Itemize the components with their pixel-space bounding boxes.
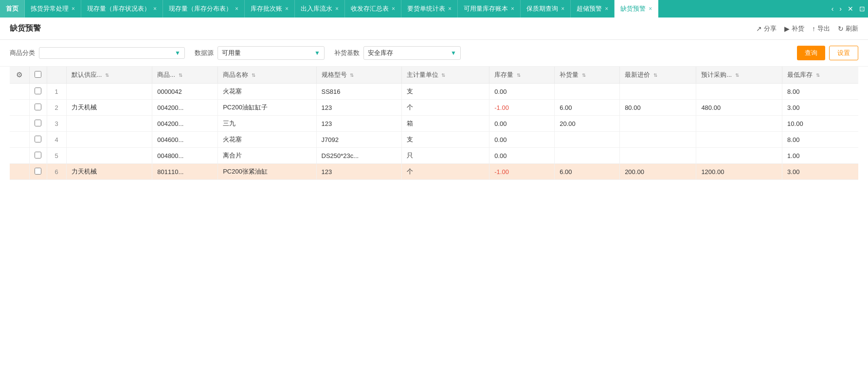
row-replenish-qty-1: 6.00	[555, 100, 620, 116]
row-checkbox-4[interactable]	[35, 152, 41, 158]
share-button[interactable]: ↗ 分享	[756, 24, 777, 33]
settings-icon[interactable]: ⚙	[16, 70, 22, 79]
col-product-code-sort-icon: ⇅	[179, 72, 182, 78]
row-checkbox-0[interactable]	[35, 88, 41, 94]
col-latest-price-sort-icon: ⇅	[653, 72, 657, 78]
row-checkbox-5[interactable]	[35, 168, 41, 175]
tab-abnormal[interactable]: 拣货异常处理 ×	[25, 0, 81, 18]
tab-receive-summary-label: 收发存汇总表	[351, 4, 389, 13]
datasource-select[interactable]: 可用量 ▼	[217, 46, 325, 60]
export-icon: ↑	[812, 25, 815, 33]
col-product-code[interactable]: 商品... ⇅	[152, 67, 218, 84]
row-spec-0: SS816	[316, 84, 401, 100]
category-select[interactable]: ▼	[39, 47, 185, 59]
row-unit-0: 支	[401, 84, 489, 100]
tab-available-ledger[interactable]: 可用量库存账本 ×	[458, 0, 521, 18]
row-checkbox-1[interactable]	[35, 104, 41, 110]
tab-overstock-warning[interactable]: 超储预警 ×	[571, 0, 615, 18]
row-latest-price-3	[620, 132, 696, 148]
row-unit-5: 个	[401, 164, 489, 180]
tab-close-all-button[interactable]: ✕	[845, 0, 856, 18]
row-index-4: 5	[47, 148, 66, 164]
col-product-name[interactable]: 商品名称 ⇅	[218, 67, 316, 84]
row-checkbox-cell[interactable]	[29, 148, 47, 164]
tab-inventory-dist-close[interactable]: ×	[235, 5, 238, 12]
tab-inventory-dist-label: 现存量（库存分布表）	[169, 4, 232, 13]
tab-expiry-query[interactable]: 保质期查询 ×	[521, 0, 571, 18]
tab-shortage-warning-label: 缺货预警	[620, 4, 646, 13]
row-latest-price-4	[620, 148, 696, 164]
tab-overstock-warning-close[interactable]: ×	[605, 5, 608, 12]
col-stock-qty-sort-icon: ⇅	[517, 72, 521, 78]
select-all-checkbox[interactable]	[35, 71, 41, 78]
settings-button[interactable]: 设置	[829, 46, 858, 60]
replenish-icon: ▶	[784, 25, 790, 33]
row-product-name-4: 离合片	[218, 148, 316, 164]
row-replenish-qty-2: 20.00	[555, 116, 620, 132]
row-checkbox-cell[interactable]	[29, 100, 47, 116]
col-unit-sort-icon: ⇅	[441, 72, 445, 78]
export-button[interactable]: ↑ 导出	[812, 24, 830, 33]
row-unit-4: 只	[401, 148, 489, 164]
tab-receive-summary[interactable]: 收发存汇总表 ×	[345, 0, 401, 18]
tab-batch-account[interactable]: 库存批次账 ×	[245, 0, 295, 18]
refresh-button[interactable]: ↻ 刷新	[838, 24, 858, 33]
row-est-purchase-1: 480.00	[696, 100, 782, 116]
tab-nav-buttons: ‹ › ✕ ⊡	[829, 0, 868, 18]
tab-demand-stats[interactable]: 要货单统计表 ×	[401, 0, 458, 18]
tab-available-ledger-close[interactable]: ×	[511, 5, 514, 12]
tab-inout-flow[interactable]: 出入库流水 ×	[295, 0, 345, 18]
filter-actions: 查询 设置	[797, 46, 858, 60]
row-stock-qty-4: 0.00	[489, 148, 555, 164]
tab-shortage-warning[interactable]: 缺货预警 ×	[615, 0, 658, 18]
tab-batch-account-close[interactable]: ×	[285, 5, 289, 12]
tab-home[interactable]: 首页	[0, 0, 25, 18]
row-stock-qty-5: -1.00	[489, 164, 555, 180]
row-stock-qty-2: 0.00	[489, 116, 555, 132]
col-default-supplier[interactable]: 默认供应... ⇅	[66, 67, 152, 84]
row-checkbox-cell[interactable]	[29, 132, 47, 148]
tab-inventory-status-close[interactable]: ×	[153, 5, 157, 12]
table-header-row: ⚙ 默认供应... ⇅ 商品... ⇅ 商品名称	[10, 67, 858, 84]
row-stock-qty-1: -1.00	[489, 100, 555, 116]
col-replenish-qty[interactable]: 补货量 ⇅	[555, 67, 620, 84]
row-checkbox-3[interactable]	[35, 136, 41, 142]
col-est-purchase[interactable]: 预计采购... ⇅	[696, 67, 782, 84]
tab-inventory-dist[interactable]: 现存量（库存分布表） ×	[163, 0, 245, 18]
tab-prev-button[interactable]: ‹	[829, 0, 837, 18]
row-checkbox-2[interactable]	[35, 120, 41, 126]
tab-inout-flow-close[interactable]: ×	[335, 5, 339, 12]
col-latest-price[interactable]: 最新进价 ⇅	[620, 67, 696, 84]
tab-expand-button[interactable]: ⊡	[856, 0, 868, 18]
col-settings[interactable]: ⚙	[10, 67, 29, 84]
category-filter-group: 商品分类 ▼	[10, 47, 185, 59]
tab-demand-stats-close[interactable]: ×	[448, 5, 452, 12]
tab-expiry-query-close[interactable]: ×	[561, 5, 564, 12]
query-button[interactable]: 查询	[797, 46, 825, 60]
col-stock-qty[interactable]: 库存量 ⇅	[489, 67, 555, 84]
col-product-name-sort-icon: ⇅	[252, 72, 255, 78]
row-spec-5: 123	[316, 164, 401, 180]
row-index-2: 3	[47, 116, 66, 132]
tab-shortage-warning-close[interactable]: ×	[649, 5, 652, 12]
row-replenish-qty-4	[555, 148, 620, 164]
row-min-stock-2: 10.00	[782, 116, 858, 132]
row-checkbox-cell[interactable]	[29, 164, 47, 180]
replenish-button[interactable]: ▶ 补货	[784, 24, 804, 33]
col-min-stock-label: 最低库存	[787, 71, 813, 78]
row-product-name-5: PC200张紧油缸	[218, 164, 316, 180]
col-spec[interactable]: 规格型号 ⇅	[316, 67, 401, 84]
tab-receive-summary-close[interactable]: ×	[392, 5, 395, 12]
replenish-base-select[interactable]: 安全库存 ▼	[363, 46, 461, 60]
tab-abnormal-close[interactable]: ×	[72, 5, 75, 12]
col-unit[interactable]: 主计量单位 ⇅	[401, 67, 489, 84]
tab-next-button[interactable]: ›	[836, 0, 845, 18]
row-product-name-1: PC200油缸缸子	[218, 100, 316, 116]
tab-inventory-status[interactable]: 现存量（库存状况表） ×	[81, 0, 163, 18]
row-product-name-0: 火花塞	[218, 84, 316, 100]
row-checkbox-cell[interactable]	[29, 84, 47, 100]
row-checkbox-cell[interactable]	[29, 116, 47, 132]
page-header: 缺货预警 ↗ 分享 ▶ 补货 ↑ 导出 ↻ 刷新	[0, 18, 868, 40]
col-min-stock[interactable]: 最低库存 ⇅	[782, 67, 858, 84]
replenish-base-arrow-icon: ▼	[451, 50, 456, 56]
